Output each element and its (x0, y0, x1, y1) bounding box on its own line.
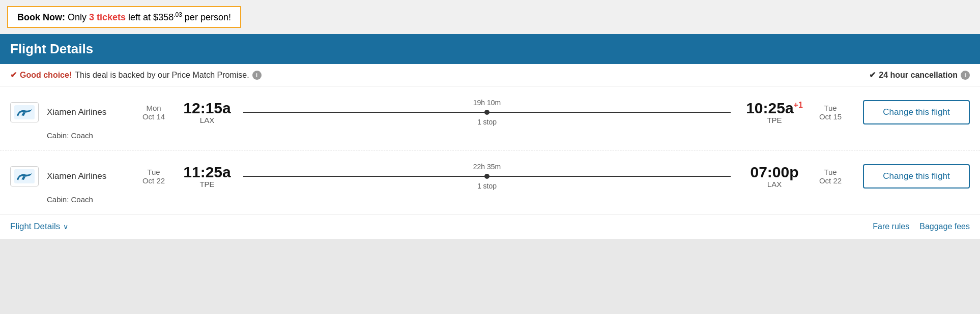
arr-plus-day-outbound: +1 (794, 101, 803, 109)
flight-line-return (243, 173, 731, 180)
price-text: left at $358 (128, 12, 174, 22)
stops-return: 1 stop (477, 182, 497, 190)
dep-time-value-return: 11:25a (179, 165, 235, 180)
arr-date-return: Tue Oct 22 (810, 168, 851, 185)
arr-day-outbound: Tue (810, 104, 851, 112)
good-choice-text: This deal is backed by our Price Match P… (75, 71, 249, 80)
book-now-description: Only (68, 12, 89, 22)
dep-day-outbound: Mon (128, 104, 179, 112)
flight-line-section-return: 22h 35m 1 stop (235, 163, 739, 190)
dep-time-return: 11:25a TPE (179, 165, 235, 189)
arr-time-return: 07:00p LAX (739, 165, 810, 189)
flight-line-outbound (243, 109, 731, 116)
good-choice-label: Good choice! (20, 71, 72, 80)
airline-name-outbound: Xiamen Airlines (47, 107, 128, 117)
main-container: Book Now: Only 3 tickets left at $358.03… (0, 0, 980, 239)
arr-airport-return: LAX (739, 180, 810, 189)
dep-date-label-outbound: Oct 14 (128, 112, 179, 121)
book-now-label: Book Now: (17, 12, 65, 22)
flight-details-link-text: Flight Details (10, 222, 60, 232)
duration-return: 22h 35m (473, 163, 501, 171)
dep-date-label-return: Oct 22 (128, 176, 179, 185)
arr-day-return: Tue (810, 168, 851, 176)
baggage-fees-link[interactable]: Baggage fees (919, 222, 970, 231)
arr-airport-outbound: TPE (739, 116, 810, 124)
price-superscript: .03 (174, 11, 182, 18)
dep-airport-return: TPE (179, 180, 235, 189)
good-choice-check-icon: ✔ (10, 70, 17, 80)
airline-logo-return (10, 166, 39, 186)
dep-time-outbound: 12:15a LAX (179, 101, 235, 124)
stops-outbound: 1 stop (477, 118, 497, 126)
dep-date-return: Tue Oct 22 (128, 168, 179, 185)
cancellation-info-icon[interactable]: i (961, 71, 970, 80)
flight-details-header: Flight Details (0, 34, 980, 64)
airline-name-return: Xiamen Airlines (47, 171, 128, 181)
flight-stop-dot-return (484, 174, 489, 179)
good-choice-left: ✔ Good choice! This deal is backed by ou… (10, 70, 262, 80)
flights-container: Xiamen Airlines Mon Oct 14 12:15a LAX 19… (0, 86, 980, 214)
arr-date-outbound: Tue Oct 15 (810, 104, 851, 121)
flight-details-link[interactable]: Flight Details ∨ (10, 222, 68, 232)
cancellation-right: ✔ 24 hour cancellation i (869, 70, 970, 80)
footer-bar: Flight Details ∨ Fare rules Baggage fees (0, 214, 980, 239)
flight-row-return: Xiamen Airlines Tue Oct 22 11:25a TPE 22… (0, 150, 980, 214)
change-flight-button-return[interactable]: Change this flight (863, 164, 970, 189)
cabin-info-return: Cabin: Coach (10, 195, 970, 204)
arr-time-value-return: 07:00p (739, 165, 810, 180)
price-match-info-icon[interactable]: i (252, 71, 262, 80)
dep-time-value-outbound: 12:15a (179, 101, 235, 116)
dep-day-return: Tue (128, 168, 179, 176)
flight-main-return: Xiamen Airlines Tue Oct 22 11:25a TPE 22… (10, 163, 970, 190)
cabin-info-outbound: Cabin: Coach (10, 131, 970, 140)
duration-outbound: 19h 10m (473, 99, 501, 107)
footer-right-links: Fare rules Baggage fees (873, 222, 970, 231)
flight-line-section-outbound: 19h 10m 1 stop (235, 99, 739, 126)
page-title: Flight Details (10, 41, 970, 57)
airline-logo-outbound (10, 102, 39, 122)
tickets-count: 3 tickets (89, 12, 126, 22)
arr-time-value-outbound: 10:25a+1 (739, 101, 810, 116)
flight-main-outbound: Xiamen Airlines Mon Oct 14 12:15a LAX 19… (10, 99, 970, 126)
arr-date-label-return: Oct 22 (810, 176, 851, 185)
cancellation-check-icon: ✔ (869, 70, 876, 80)
chevron-down-icon: ∨ (63, 223, 68, 231)
change-flight-button-outbound[interactable]: Change this flight (863, 100, 970, 124)
flight-row-outbound: Xiamen Airlines Mon Oct 14 12:15a LAX 19… (0, 86, 980, 150)
cancellation-text: 24 hour cancellation (879, 71, 958, 80)
fare-rules-link[interactable]: Fare rules (873, 222, 909, 231)
flight-stop-dot-outbound (484, 110, 489, 115)
dep-airport-outbound: LAX (179, 116, 235, 124)
good-choice-bar: ✔ Good choice! This deal is backed by ou… (0, 64, 980, 86)
book-now-banner: Book Now: Only 3 tickets left at $358.03… (0, 0, 980, 34)
arr-time-outbound: 10:25a+1 TPE (739, 101, 810, 124)
dep-date-outbound: Mon Oct 14 (128, 104, 179, 121)
arr-date-label-outbound: Oct 15 (810, 112, 851, 121)
per-person-text: per person! (182, 12, 231, 22)
